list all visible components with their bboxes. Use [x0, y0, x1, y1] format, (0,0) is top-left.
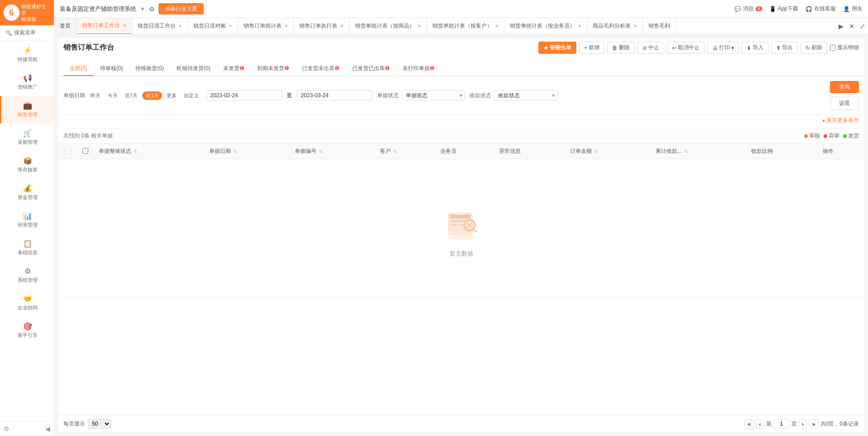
sidebar-item-operation[interactable]: 📊 经营管理 [0, 206, 54, 234]
smart-btn[interactable]: ★ 智能生单 [538, 42, 576, 54]
sidebar-item-basic[interactable]: 📋 基础信息 [0, 234, 54, 261]
sidebar-item-marketing[interactable]: 📢 营销推广 [0, 68, 54, 96]
sidebar-item-sales[interactable]: 💼 销售管理 [0, 96, 54, 123]
add-btn[interactable]: + 新增 [579, 42, 604, 54]
filter-tab-pending-review[interactable]: 待审核(0) [94, 62, 129, 76]
sort-customer-icon[interactable]: ⇅ [393, 149, 397, 154]
sidebar-item-quick-nav[interactable]: ⚡ 快捷导航 [0, 41, 54, 68]
tab-cash-reconcile[interactable]: 钱货日清对账 ✕ [188, 18, 238, 34]
filter-tab-overdue[interactable]: 到期未发货❶ [251, 62, 296, 76]
close-icon[interactable]: ✕ [633, 24, 637, 28]
expand-btn[interactable]: ▾ 展开更多条件 [822, 117, 859, 124]
prev-page-btn[interactable]: ‹ [756, 419, 764, 429]
next-page-btn[interactable]: › [799, 419, 807, 429]
tab-sales-sum-staff[interactable]: 销货单统计表（按业务员） ✕ [504, 18, 587, 34]
date-today[interactable]: 今天 [105, 91, 120, 100]
tab-sales-sum-customer[interactable]: 销货单统计表（按客户） ✕ [427, 18, 504, 34]
industry-btn[interactable]: 体验行业方案 [158, 3, 204, 14]
date-custom[interactable]: 自定义 [181, 91, 201, 100]
date-more[interactable]: 更多 [164, 91, 179, 100]
stop-btn[interactable]: ⊘ 中止 [638, 42, 664, 54]
filter-tab-not-printed[interactable]: 未打印单据❶ [396, 62, 441, 76]
filter-tab-wangpu[interactable]: 旺铺待发货(0) [170, 62, 217, 76]
date-to-input[interactable] [297, 90, 373, 100]
user-icon: 👤 [843, 6, 850, 12]
query-btn[interactable]: 查询 [830, 81, 859, 93]
dropdown-icon[interactable]: ▼ [140, 6, 145, 12]
filter-tab-pending-check[interactable]: 待拣验货(0) [129, 62, 170, 76]
close-icon[interactable]: ✕ [229, 24, 232, 28]
filter-tab-all[interactable]: 全部(0) [63, 62, 94, 76]
sidebar-item-enterprise[interactable]: 🤝 企业协同 [0, 289, 54, 317]
collapse-icon[interactable]: ◀ [45, 425, 50, 432]
select-all-checkbox[interactable] [82, 148, 88, 154]
delete-btn[interactable]: 🗑 删除 [607, 42, 635, 54]
sort-status-icon[interactable]: ⇅ [134, 149, 137, 154]
cancel-review-action-btn[interactable]: 弃审 [824, 132, 839, 140]
tab-sales-gross[interactable]: 销售毛利 [643, 18, 676, 34]
tab-label: 销售毛利 [648, 22, 670, 30]
tab-sales-workbench[interactable]: 销售订单工作台 ✕ [77, 18, 132, 34]
tab-sales-sum-product[interactable]: 销货单统计表（按商品） ✕ [350, 18, 427, 34]
first-page-btn[interactable]: « [744, 419, 754, 429]
close-icon[interactable]: ✕ [495, 24, 499, 28]
close-icon[interactable]: ✕ [417, 24, 421, 28]
status-select[interactable]: 单据状态 [402, 90, 465, 100]
page-size-select[interactable]: 50 10 20 100 [88, 419, 111, 429]
settings-btn[interactable]: ⚙ [149, 5, 155, 13]
app-download-btn[interactable]: 📱 App下载 [769, 5, 798, 13]
online-service-btn[interactable]: 🎧 在线客服 [806, 5, 836, 13]
cancel-stop-btn[interactable]: ↩ 取消中止 [667, 42, 705, 54]
close-icon[interactable]: ✕ [340, 24, 344, 28]
results-actions: 审核 弃审 发货 [804, 132, 859, 140]
import-btn[interactable]: ⬇ 导入 [742, 42, 768, 54]
sidebar-item-inventory[interactable]: 📦 库存核算 [0, 151, 54, 179]
tab-sales-stats[interactable]: 销售订单统计表 ✕ [238, 18, 294, 34]
settings-icon[interactable]: ⚙ [4, 425, 10, 432]
tab-bar: 首页 销售订单工作台 ✕ 钱货日清工作台 ✕ 钱货日清对账 ✕ 销售订单统计表 … [54, 18, 868, 34]
sort-received-icon[interactable]: ⇅ [684, 149, 688, 154]
date-yesterday[interactable]: 昨天 [88, 91, 103, 100]
date-7days[interactable]: 近7天 [122, 91, 140, 100]
tab-maximize[interactable]: ⤢ [857, 18, 868, 34]
sort-number-icon[interactable]: ⇅ [319, 149, 322, 154]
user-btn[interactable]: 👤 用友 [843, 5, 863, 13]
tab-gross-profit[interactable]: 商品毛利分析表 ✕ [587, 18, 643, 34]
set-btn[interactable]: 设置 [830, 97, 859, 110]
close-icon[interactable]: ✕ [284, 24, 288, 28]
show-detail-checkbox[interactable]: 显示明细 [830, 44, 859, 52]
sidebar-item-system[interactable]: ⚙ 系统管理 [0, 261, 54, 289]
tab-cash-daily[interactable]: 钱货日清工作台 ✕ [132, 18, 188, 34]
tab-sales-exec[interactable]: 销售订单执行表 ✕ [294, 18, 350, 34]
filter-tab-shipped-not-out[interactable]: 已发货未出库❶ [296, 62, 346, 76]
sort-amount-icon[interactable]: ⇅ [595, 149, 598, 154]
message-btn[interactable]: 💬 消息 6 [734, 5, 762, 13]
sort-date-icon[interactable]: ⇅ [233, 149, 237, 154]
review-action-btn[interactable]: 审核 [804, 132, 820, 140]
print-dropdown-icon[interactable]: ▾ [731, 45, 734, 51]
page-input[interactable] [773, 419, 790, 428]
sidebar-search[interactable]: 🔍 搜索菜单 [0, 25, 54, 41]
date-1month[interactable]: 近1月 [142, 91, 162, 100]
export-btn[interactable]: ⬆ 导出 [771, 42, 798, 54]
tab-home[interactable]: 首页 [54, 18, 77, 34]
tab-scroll-right[interactable]: ▶ [836, 18, 846, 34]
filter-tab-not-shipped[interactable]: 未发货❶ [217, 62, 251, 76]
print-btn[interactable]: 🖨 打印 ▾ [707, 42, 739, 54]
sidebar-item-guide[interactable]: 🎯 新手引导 [0, 317, 54, 344]
payment-select[interactable]: 收款状态 [494, 90, 557, 100]
sidebar-item-purchase[interactable]: 🛒 采购管理 [0, 123, 54, 151]
close-icon[interactable]: ✕ [578, 24, 581, 28]
sidebar-item-finance[interactable]: 💰 资金管理 [0, 179, 54, 206]
close-icon[interactable]: ✕ [178, 24, 182, 28]
last-page-btn[interactable]: » [809, 419, 818, 429]
date-from-input[interactable] [206, 90, 282, 100]
refresh-btn[interactable]: ↻ 刷新 [801, 42, 827, 54]
close-icon[interactable]: ✕ [123, 23, 126, 28]
col-checkbox[interactable] [78, 144, 94, 159]
show-detail-input[interactable] [830, 45, 836, 51]
filter-tab-shipped-out[interactable]: 已发货已出库❶ [346, 62, 396, 76]
col-operation: 操作 [818, 144, 864, 159]
tab-close-all[interactable]: ✕ [846, 18, 857, 34]
ship-action-btn[interactable]: 发货 [843, 132, 859, 140]
